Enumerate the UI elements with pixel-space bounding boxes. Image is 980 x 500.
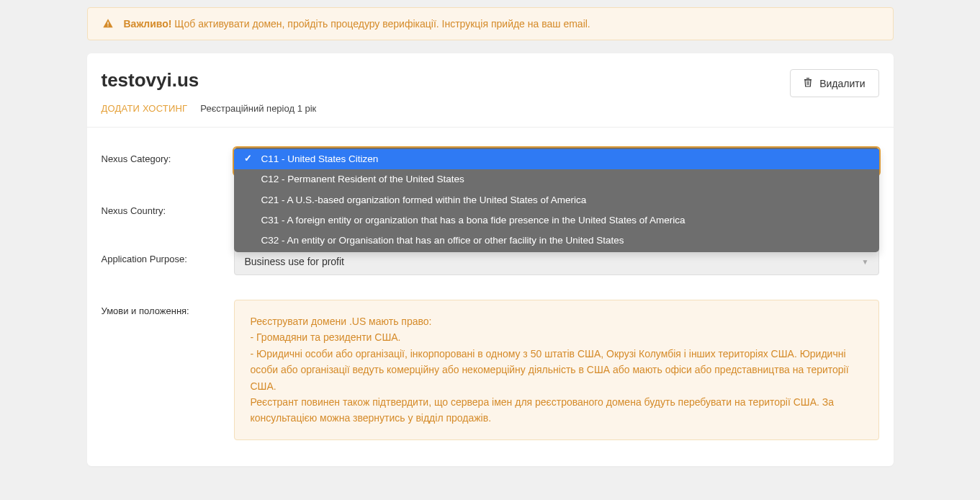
- registration-period: Реєстраційний період 1 рік: [200, 103, 316, 114]
- svg-rect-0: [107, 22, 108, 24]
- dropdown-item-c11[interactable]: C11 - United States Citizen: [234, 149, 879, 169]
- terms-line-2: - Громадяни та резиденти США.: [251, 329, 863, 345]
- terms-line-1: Реєструвати домени .US мають право:: [251, 313, 863, 329]
- label-application-purpose: Application Purpose:: [102, 248, 234, 264]
- alert-verification: Важливо! Щоб активувати домен, пройдіть …: [87, 7, 894, 40]
- row-nexus-category: Nexus Category: C11 - United States Citi…: [102, 148, 879, 175]
- label-terms: Умови и положення:: [102, 300, 234, 316]
- label-nexus-category: Nexus Category:: [102, 148, 234, 164]
- alert-text: Важливо! Щоб активувати домен, пройдіть …: [124, 18, 590, 30]
- svg-rect-4: [807, 81, 808, 86]
- trash-icon: [804, 77, 812, 89]
- dropdown-item-c21[interactable]: C21 - A U.S.-based organization formed w…: [234, 190, 879, 210]
- terms-content: Реєструвати домени .US мають право: - Гр…: [234, 300, 879, 440]
- dropdown-item-c31[interactable]: C31 - A foreign entity or organization t…: [234, 210, 879, 231]
- delete-button-label: Видалити: [819, 78, 865, 89]
- dropdown-nexus-category: C11 - United States Citizen C12 - Perman…: [234, 148, 879, 252]
- add-hosting-link[interactable]: ДОДАТИ ХОСТИНГ: [102, 103, 188, 114]
- card-header: testovyi.us ДОДАТИ ХОСТИНГ Реєстраційний…: [87, 53, 894, 128]
- domain-title: testovyi.us: [102, 69, 791, 91]
- row-terms: Умови и положення: Реєструвати домени .U…: [102, 300, 879, 440]
- warning-icon: [102, 18, 114, 30]
- dropdown-item-c32[interactable]: C32 - An entity or Organisation that has…: [234, 231, 879, 251]
- label-nexus-country: Nexus Country:: [102, 200, 234, 216]
- svg-rect-3: [806, 78, 809, 79]
- svg-rect-5: [809, 81, 809, 86]
- delete-button[interactable]: Видалити: [790, 69, 878, 97]
- dropdown-item-c12[interactable]: C12 - Permanent Resident of the United S…: [234, 169, 879, 189]
- terms-line-4: Реєстрант повинен також підтвердити, що …: [251, 394, 863, 427]
- svg-rect-1: [107, 25, 108, 26]
- domain-card: testovyi.us ДОДАТИ ХОСТИНГ Реєстраційний…: [87, 53, 894, 466]
- card-body: Nexus Category: C11 - United States Citi…: [87, 128, 894, 466]
- terms-line-3: - Юридичні особи або організації, інкорп…: [251, 346, 863, 394]
